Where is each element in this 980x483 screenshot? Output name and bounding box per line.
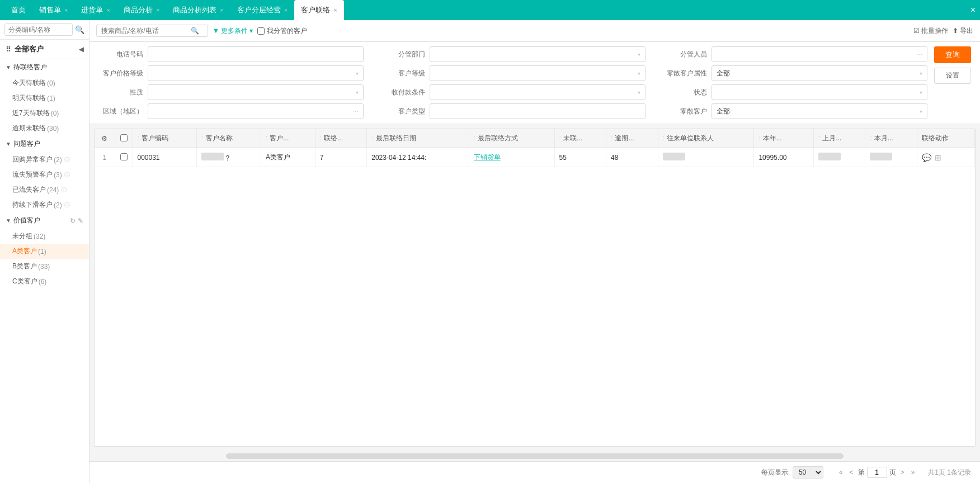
sidebar-item-declining[interactable]: 持续下滑客户 (2) ⓘ: [0, 197, 89, 212]
row-last-method[interactable]: 下销货单: [469, 148, 554, 167]
retail-customer-select[interactable]: 全部 ▾: [712, 103, 927, 119]
sidebar: 🔍 ⠿ 全部客户 ◀ ▼ 待联络客户 今天待联络 (0) 明天待联络 (1) 近…: [0, 20, 89, 483]
filter-search-input[interactable]: [101, 27, 191, 35]
sidebar-item-class-b[interactable]: B类客户 (33): [0, 259, 89, 274]
filter-price-level: 客户价格等级 ▾: [98, 65, 364, 81]
close-customer-segment-tab[interactable]: ×: [284, 7, 288, 13]
filter-icon: ▼: [213, 27, 219, 35]
export-btn[interactable]: ⬆ 导出: [953, 26, 973, 36]
col-settings[interactable]: ⚙: [95, 129, 115, 148]
nav-product-analysis-list[interactable]: 商品分析列表 ×: [166, 0, 230, 20]
export-icon: ⬆: [953, 27, 958, 35]
main-layout: 🔍 ⠿ 全部客户 ◀ ▼ 待联络客户 今天待联络 (0) 明天待联络 (1) 近…: [0, 20, 980, 483]
payment-caret: ▾: [638, 89, 640, 96]
close-product-analysis-list-tab[interactable]: ×: [220, 7, 223, 13]
sidebar-item-abnormal[interactable]: 回购异常客户 (2) ⓘ: [0, 152, 89, 167]
refresh-icon[interactable]: ↻: [70, 217, 76, 225]
close-purchase-tab[interactable]: ×: [106, 7, 110, 13]
sidebar-item-warning[interactable]: 流失预警客户 (3) ⓘ: [0, 167, 89, 182]
col-overdue: :逾期...: [606, 129, 658, 148]
sidebar-item-overdue[interactable]: 逾期未联络 (30): [0, 121, 89, 136]
last-page-btn[interactable]: »: [909, 467, 917, 477]
prev-page-btn[interactable]: <: [847, 467, 856, 477]
payment-select[interactable]: ▾: [430, 84, 646, 100]
sidebar-search-input[interactable]: [4, 23, 73, 36]
nav-customer-segment[interactable]: 客户分层经营 ×: [230, 0, 294, 20]
close-sales-tab[interactable]: ×: [64, 7, 68, 13]
batch-op-btn[interactable]: ☑ 批量操作: [913, 26, 948, 36]
nav-product-analysis[interactable]: 商品分析 ×: [117, 0, 166, 20]
nav-customer-contact[interactable]: 客户联络 ×: [294, 0, 343, 20]
filter-retail-attr: 零散客户属性 全部 ▾: [662, 65, 927, 81]
filter-search-icon[interactable]: 🔍: [191, 27, 199, 35]
close-all-tabs[interactable]: ×: [970, 5, 976, 15]
my-customers-checkbox-label[interactable]: 我分管的客户: [257, 26, 307, 36]
info-icon-2: ⓘ: [64, 171, 70, 179]
qrcode-action-icon[interactable]: ⊞: [935, 153, 941, 162]
sidebar-item-today[interactable]: 今天待联络 (0): [0, 75, 89, 91]
sidebar-item-tomorrow[interactable]: 明天待联络 (1): [0, 91, 89, 106]
sidebar-item-ungroup[interactable]: 未分组 (32): [0, 229, 89, 244]
sidebar-item-lost[interactable]: 已流失客户 (24) ⓘ: [0, 182, 89, 197]
col-actions: 联络动作: [917, 129, 974, 148]
set-button[interactable]: 设置: [934, 68, 971, 84]
page-size-select[interactable]: 50 100 200: [793, 466, 823, 479]
filter-manager: 分管人员 ···: [662, 46, 927, 62]
filter-row-1: 电话号码 分管部门 ▾: [98, 46, 927, 62]
last-method-link[interactable]: 下销货单: [474, 153, 501, 161]
nav-home[interactable]: 首页: [4, 0, 32, 20]
row-customer-type: A类客户: [261, 148, 315, 167]
region-input[interactable]: ···: [148, 103, 364, 119]
nature-select[interactable]: ▾: [148, 84, 364, 100]
settings-icon[interactable]: ⚙: [101, 135, 107, 143]
phone-input[interactable]: [148, 46, 364, 62]
select-all-checkbox[interactable]: [120, 134, 128, 141]
retail-attr-select[interactable]: 全部 ▾: [712, 65, 927, 81]
sidebar-all-customers[interactable]: ⠿ 全部客户 ◀: [0, 40, 89, 59]
dept-select[interactable]: ▾: [430, 46, 646, 62]
sidebar-search-icon[interactable]: 🔍: [75, 25, 84, 34]
next-page-btn[interactable]: >: [898, 467, 907, 477]
close-product-analysis-tab[interactable]: ×: [156, 7, 159, 13]
row-checkbox-cell[interactable]: [115, 148, 133, 167]
sidebar-item-class-c[interactable]: C类客户 (6): [0, 274, 89, 289]
sidebar-section-problem[interactable]: ▼ 问题客户: [0, 136, 89, 152]
row-checkbox[interactable]: [120, 153, 128, 160]
price-level-select[interactable]: ▾: [148, 65, 364, 81]
filter-customer-level: 客户等级 ▾: [380, 65, 646, 81]
horizontal-scrollbar[interactable]: [226, 453, 843, 459]
comment-action-icon[interactable]: 💬: [922, 153, 931, 162]
edit-icon[interactable]: ✎: [78, 217, 83, 225]
nav-purchase[interactable]: 进货单 ×: [74, 0, 116, 20]
filter-status: 状态 ▾: [662, 84, 927, 100]
col-last-month: :上月...: [813, 129, 865, 148]
filter-payment: 收付款条件 ▾: [380, 84, 646, 100]
advanced-filter: 电话号码 分管部门 ▾: [89, 42, 980, 124]
filter-phone: 电话号码: [98, 46, 364, 62]
first-page-btn[interactable]: «: [837, 467, 845, 477]
sidebar-item-7days[interactable]: 近7天待联络 (0): [0, 106, 89, 121]
close-customer-contact-tab[interactable]: ×: [333, 7, 337, 13]
filter-bar: 🔍 ▼ 更多条件 ▾ 我分管的客户 ☑ 批量操作 ⬆ 导出: [89, 20, 980, 42]
sidebar-section-value[interactable]: ▼ 价值客户 ↻ ✎: [0, 212, 89, 229]
my-customers-checkbox[interactable]: [257, 27, 265, 35]
sidebar-search-container: 🔍: [0, 20, 89, 40]
page-number-input[interactable]: [867, 467, 887, 478]
col-checkbox[interactable]: [115, 129, 133, 148]
sidebar-item-class-a[interactable]: A类客户 (1): [0, 244, 89, 259]
sidebar-section-pending[interactable]: ▼ 待联络客户: [0, 59, 89, 75]
status-select[interactable]: ▾: [712, 84, 927, 100]
manager-input[interactable]: ···: [712, 46, 927, 62]
filter-nature: 性质 ▾: [98, 84, 364, 100]
table-row: 1 000031 ? A类客户 7 2023-04-12 14:44:: [95, 148, 975, 167]
filter-caret: ▾: [249, 27, 253, 35]
customer-type-input[interactable]: [430, 103, 646, 119]
query-button[interactable]: 查询: [934, 46, 971, 63]
filter-retail-customer: 零散客户 全部 ▾: [662, 103, 927, 119]
more-filter-btn[interactable]: ▼ 更多条件 ▾: [213, 26, 253, 36]
nav-sales[interactable]: 销售单 ×: [32, 0, 74, 20]
nature-caret: ▾: [356, 89, 359, 96]
masked-this-month: [870, 153, 892, 160]
customer-level-select[interactable]: ▾: [430, 65, 646, 81]
scrollbar-area: [89, 451, 980, 461]
